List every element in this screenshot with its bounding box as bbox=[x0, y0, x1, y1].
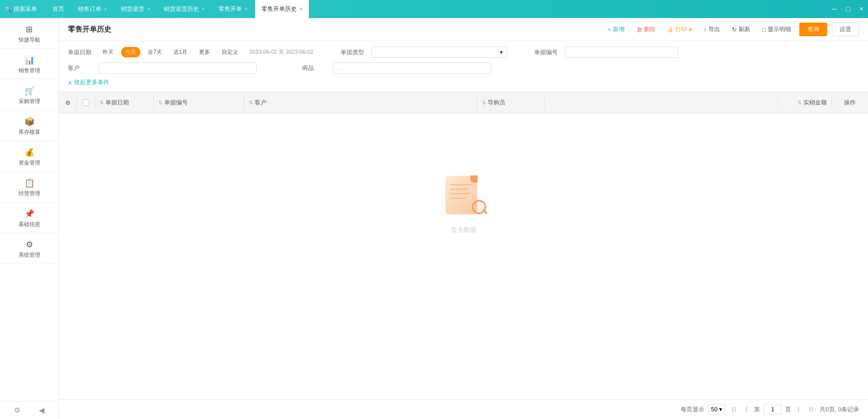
window-close-btn[interactable]: × bbox=[859, 5, 863, 13]
search-icon: 🔍 bbox=[5, 6, 12, 13]
date-btn-more[interactable]: 更多 bbox=[195, 47, 214, 57]
sidebar-item-quick-nav[interactable]: ⊞ 快捷导航 bbox=[0, 18, 58, 49]
tab-sales-return[interactable]: 销货退货 × bbox=[114, 0, 157, 18]
setting-button[interactable]: 设置 bbox=[832, 23, 859, 36]
window-maximize-btn[interactable]: □ bbox=[846, 5, 850, 13]
date-btn-yesterday[interactable]: 昨天 bbox=[99, 47, 118, 57]
close-tab-sales-order[interactable]: × bbox=[104, 6, 107, 12]
new-label: 新增 bbox=[613, 25, 625, 33]
export-button[interactable]: ↑ 导出 bbox=[700, 24, 724, 35]
table-area: ⚙ ⇅ 单据日期 ⇅ 单据编号 ⇅ 客户 ⇅ bbox=[59, 92, 868, 399]
checkbox-icon: □ bbox=[762, 26, 766, 33]
sales-icon: 📊 bbox=[24, 55, 34, 65]
display-detail-button[interactable]: □ 显示明细 bbox=[759, 24, 795, 35]
date-filter-label: 单据日期 bbox=[68, 48, 95, 56]
page-suffix: 页 bbox=[785, 405, 791, 414]
empty-state: 暂无数据 bbox=[59, 113, 868, 294]
refresh-button[interactable]: ↻ 刷新 bbox=[728, 24, 754, 35]
sidebar-label-finance: 资金管理 bbox=[19, 159, 40, 167]
print-icon: 🖨 bbox=[668, 26, 674, 33]
bill-no-filter-group: 单据编号 bbox=[534, 47, 678, 58]
sidebar: ⊞ 快捷导航 📊 销售管理 🛒 采购管理 📦 库存核算 💰 资金管理 📋 经营管… bbox=[0, 18, 59, 419]
export-icon: ↑ bbox=[704, 26, 707, 33]
tab-retail-history[interactable]: 零售开单历史 × bbox=[255, 0, 309, 18]
th-settings[interactable]: ⚙ bbox=[59, 97, 77, 109]
new-button[interactable]: + 新增 bbox=[604, 24, 628, 35]
close-tab-retail-order[interactable]: × bbox=[245, 6, 248, 12]
page-number-input[interactable] bbox=[764, 404, 782, 414]
prev-page-btn[interactable]: ⟨ bbox=[743, 405, 750, 414]
th-amount[interactable]: ⇅ 实销金额 bbox=[778, 96, 832, 109]
select-all-checkbox[interactable] bbox=[83, 99, 89, 106]
date-btn-today[interactable]: 今天 bbox=[121, 47, 140, 57]
total-info: 共0页, 0条记录 bbox=[820, 405, 859, 414]
customer-select[interactable]: ... bbox=[99, 62, 257, 74]
settings-icon: ⚙ bbox=[65, 99, 71, 106]
tab-retail-order[interactable]: 零售开单 × bbox=[212, 0, 254, 18]
collapse-filter-btn[interactable]: ∧ 收起更多条件 bbox=[68, 78, 859, 86]
date-btn-7days[interactable]: 近7天 bbox=[144, 47, 166, 57]
sidebar-label-basic-info: 基础信息 bbox=[19, 221, 40, 228]
goods-select[interactable]: ... bbox=[333, 62, 491, 74]
date-btn-custom[interactable]: 自定义 bbox=[218, 47, 242, 57]
sidebar-item-basic-info[interactable]: 📌 基础信息 bbox=[0, 202, 58, 233]
th-date[interactable]: ⇅ 单据日期 bbox=[95, 96, 154, 109]
tab-sales-return-history[interactable]: 销货退货历史 × bbox=[157, 0, 211, 18]
sidebar-item-operation[interactable]: 📋 经营管理 bbox=[0, 172, 58, 202]
th-action: 操作 bbox=[832, 96, 868, 109]
print-button[interactable]: 🖨 打印 ▾ bbox=[664, 24, 696, 35]
date-filter-group: 单据日期 昨天 今天 近7天 近1月 更多 自定义 2023-06-02 至 2… bbox=[68, 47, 313, 57]
delete-button[interactable]: 🗑 删除 bbox=[633, 24, 659, 35]
customer-placeholder: ... bbox=[103, 65, 253, 71]
first-page-btn[interactable]: ⟨⟨ bbox=[729, 405, 739, 414]
query-button[interactable]: 查询 bbox=[799, 23, 827, 36]
date-btn-1month[interactable]: 近1月 bbox=[170, 47, 192, 57]
last-page-btn[interactable]: ⟩⟩ bbox=[806, 405, 816, 414]
close-tab-sales-return[interactable]: × bbox=[147, 6, 150, 12]
delete-label: 删除 bbox=[644, 25, 656, 33]
tab-list: 首页 销售订单 × 销货退货 × 销货退货历史 × 零售开单 × 零售开单历史 … bbox=[46, 0, 828, 18]
search-handle bbox=[482, 209, 488, 215]
sidebar-item-inventory[interactable]: 📦 库存核算 bbox=[0, 110, 58, 141]
sidebar-item-finance[interactable]: 💰 资金管理 bbox=[0, 141, 58, 172]
sidebar-item-system[interactable]: ⚙ 系统管理 bbox=[0, 233, 58, 264]
next-page-btn[interactable]: ⟩ bbox=[795, 405, 802, 414]
sort-icon-customer: ⇅ bbox=[249, 100, 253, 106]
page-title: 零售开单历史 bbox=[68, 25, 111, 34]
per-page-label: 每页显示 bbox=[681, 405, 704, 414]
main-layout: ⊞ 快捷导航 📊 销售管理 🛒 采购管理 📦 库存核算 💰 资金管理 📋 经营管… bbox=[0, 18, 868, 419]
goods-filter-group: 商品 ... bbox=[302, 62, 491, 74]
sidebar-collapse-btn[interactable]: ◀ bbox=[39, 406, 44, 414]
th-check[interactable] bbox=[77, 97, 95, 108]
top-bar-right: ─ □ × bbox=[828, 5, 863, 13]
top-bar: 🔍 搜索采单 首页 销售订单 × 销货退货 × 销货退货历史 × 零售开单 × … bbox=[0, 0, 868, 18]
th-customer[interactable]: ⇅ 客户 bbox=[244, 96, 477, 109]
display-label: 显示明细 bbox=[768, 25, 791, 33]
close-tab-retail-history[interactable]: × bbox=[299, 6, 303, 12]
bill-type-select[interactable]: ▾ bbox=[371, 47, 507, 58]
sidebar-label-sales: 销售管理 bbox=[19, 67, 40, 75]
export-label: 导出 bbox=[708, 25, 720, 33]
grid-icon: ⊞ bbox=[26, 24, 33, 34]
finance-icon: 💰 bbox=[24, 147, 34, 157]
bill-no-input[interactable] bbox=[565, 47, 678, 58]
tab-sales-order[interactable]: 销售订单 × bbox=[71, 0, 114, 18]
th-bill-no[interactable]: ⇅ 单据编号 bbox=[154, 96, 244, 109]
tab-home[interactable]: 首页 bbox=[46, 0, 71, 18]
filter-row-2: 客户 ... 商品 ... bbox=[68, 62, 859, 74]
sidebar-label-quick-nav: 快捷导航 bbox=[19, 36, 40, 44]
operation-icon: 📋 bbox=[24, 178, 34, 188]
goods-label: 商品 bbox=[302, 64, 329, 72]
sidebar-item-purchase[interactable]: 🛒 采购管理 bbox=[0, 80, 58, 110]
sidebar-label-system: 系统管理 bbox=[19, 251, 40, 259]
search-bill-btn[interactable]: 🔍 搜索采单 bbox=[5, 5, 37, 13]
sidebar-item-sales[interactable]: 📊 销售管理 bbox=[0, 49, 58, 80]
close-tab-sales-return-history[interactable]: × bbox=[202, 6, 205, 12]
window-minimize-btn[interactable]: ─ bbox=[832, 5, 837, 13]
sidebar-settings-btn[interactable]: ⚙ bbox=[14, 406, 20, 414]
th-guide[interactable]: ⇅ 导购员 bbox=[477, 96, 545, 109]
per-page-select[interactable]: 50 ▾ bbox=[708, 404, 726, 414]
filter-row-1: 单据日期 昨天 今天 近7天 近1月 更多 自定义 2023-06-02 至 2… bbox=[68, 47, 859, 58]
inventory-icon: 📦 bbox=[24, 117, 34, 127]
bill-type-filter-group: 单据类型 ▾ bbox=[341, 47, 507, 58]
